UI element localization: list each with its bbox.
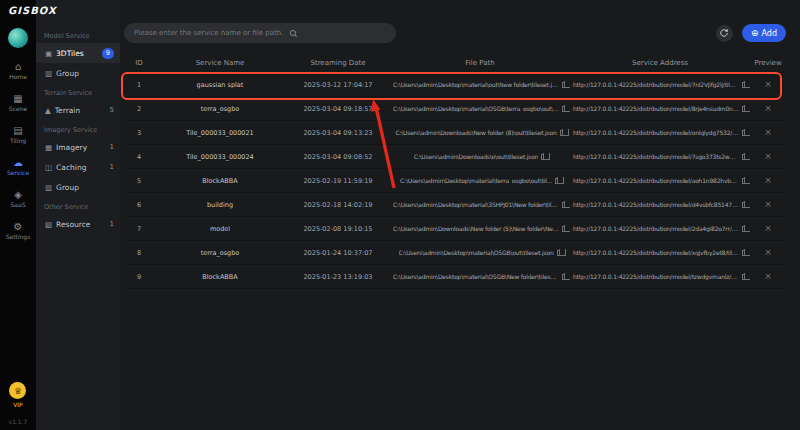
copy-icon[interactable] bbox=[541, 154, 546, 160]
sidebar: Model Service▣3DTiles9▥GroupTerrain Serv… bbox=[36, 0, 120, 430]
sidebar-item-group-model[interactable]: ▥Group bbox=[36, 63, 120, 83]
cell-preview: × bbox=[750, 272, 786, 281]
copy-icon[interactable] bbox=[557, 250, 562, 256]
rail-item-service[interactable]: ☁Service bbox=[0, 152, 36, 180]
cell-id: 7 bbox=[124, 225, 154, 233]
copy-icon[interactable] bbox=[562, 82, 567, 88]
table-row[interactable]: 2terra_osgbo2025-03-04 09:18:57C:\Users\… bbox=[124, 97, 786, 121]
sidebar-item-group-imagery[interactable]: ▥Group bbox=[36, 177, 120, 197]
rail-item-label: Scene bbox=[9, 105, 27, 112]
rail-item-label: Tiling bbox=[10, 137, 26, 144]
sidebar-item-caching[interactable]: ◫Caching1 bbox=[36, 157, 120, 177]
copy-icon[interactable] bbox=[742, 82, 747, 88]
sidebar-item-terrain[interactable]: ▲Terrain5 bbox=[36, 100, 120, 120]
table-row[interactable]: 5BlockABBA2025-02-19 11:59:19C:\Users\ad… bbox=[124, 169, 786, 193]
sidebar-item-3dtiles[interactable]: ▣3DTiles9 bbox=[36, 43, 120, 63]
table-row[interactable]: 4Tile_000033_0000242025-03-04 09:08:52C:… bbox=[124, 145, 786, 169]
close-icon[interactable]: × bbox=[764, 224, 772, 233]
close-icon[interactable]: × bbox=[764, 80, 772, 89]
imagery-icon: ▦ bbox=[45, 143, 52, 152]
item-count: 1 bbox=[110, 143, 114, 151]
copy-icon[interactable] bbox=[742, 226, 747, 232]
add-button[interactable]: ⊕ Add bbox=[742, 24, 786, 42]
table-row[interactable]: 7model2025-02-08 19:10:15C:\Users\admin\… bbox=[124, 217, 786, 241]
cell-streaming-date: 2025-03-04 09:13:23 bbox=[286, 129, 390, 137]
copy-icon[interactable] bbox=[742, 106, 747, 112]
cell-id: 1 bbox=[124, 81, 154, 89]
table-header: IDService NameStreaming DateFile PathSer… bbox=[124, 53, 786, 73]
cell-streaming-date: 2025-02-08 19:10:15 bbox=[286, 225, 390, 233]
copy-icon[interactable] bbox=[742, 154, 747, 160]
table-row[interactable]: 1gaussian splat2025-03-12 17:04:17C:\Use… bbox=[124, 73, 786, 97]
close-icon[interactable]: × bbox=[764, 248, 772, 257]
table-row[interactable]: 9BlockABBA2025-01-23 13:19:03C:\Users\ad… bbox=[124, 265, 786, 289]
close-icon[interactable]: × bbox=[764, 272, 772, 281]
copy-icon[interactable] bbox=[742, 202, 747, 208]
file-path-text: C:\Users\admin\Desktop\material\OSGB\New… bbox=[393, 273, 559, 280]
home-icon: ⌂ bbox=[15, 61, 21, 72]
rail-item-label: SaaS bbox=[11, 201, 26, 208]
sidebar-section-title: Terrain Service bbox=[36, 83, 120, 100]
copy-icon[interactable] bbox=[742, 178, 747, 184]
cell-service-address: http://127.0.0.1:42225/distribution/mode… bbox=[570, 201, 750, 208]
service-address-text: http://127.0.0.1:42225/distribution/mode… bbox=[573, 201, 739, 208]
cell-file-path: C:\Users\admin\Desktop\material\OSGB\out… bbox=[390, 249, 570, 256]
close-icon[interactable]: × bbox=[764, 152, 772, 161]
copy-icon[interactable] bbox=[562, 226, 567, 232]
user-avatar[interactable] bbox=[8, 28, 28, 48]
cell-service-name: terra_osgbo bbox=[154, 105, 286, 113]
cell-streaming-date: 2025-01-23 13:19:03 bbox=[286, 273, 390, 281]
resource-icon: ▧ bbox=[45, 220, 52, 229]
cell-service-name: BlockABBA bbox=[154, 273, 286, 281]
vip-badge[interactable]: ♛ VIP bbox=[9, 382, 26, 408]
close-icon[interactable]: × bbox=[764, 104, 772, 113]
cell-id: 6 bbox=[124, 201, 154, 209]
settings-icon: ⚙ bbox=[14, 221, 23, 232]
copy-icon[interactable] bbox=[742, 274, 747, 280]
nav-rail: ⌂Home▦Scene▤Tiling☁Service◈SaaS⚙Settings… bbox=[0, 0, 36, 430]
cell-id: 5 bbox=[124, 177, 154, 185]
close-icon[interactable]: × bbox=[764, 176, 772, 185]
sidebar-item-imagery[interactable]: ▦Imagery1 bbox=[36, 137, 120, 157]
service-icon: ☁ bbox=[13, 157, 23, 168]
cell-service-address: http://127.0.0.1:42225/distribution/mode… bbox=[570, 129, 750, 136]
sidebar-item-resource[interactable]: ▧Resource1 bbox=[36, 214, 120, 234]
cell-preview: × bbox=[750, 224, 786, 233]
cell-preview: × bbox=[750, 80, 786, 89]
count-badge: 9 bbox=[102, 48, 114, 59]
service-address-text: http://127.0.0.1:42225/distribution/mode… bbox=[573, 249, 739, 256]
cell-streaming-date: 2025-03-04 09:08:52 bbox=[286, 153, 390, 161]
table-row[interactable]: 8terra_osgbo2025-01-24 10:37:07C:\Users\… bbox=[124, 241, 786, 265]
refresh-button[interactable] bbox=[716, 25, 733, 42]
rail-item-home[interactable]: ⌂Home bbox=[0, 56, 36, 84]
close-icon[interactable]: × bbox=[764, 128, 772, 137]
copy-icon[interactable] bbox=[562, 274, 567, 280]
close-icon[interactable]: × bbox=[764, 200, 772, 209]
add-button-label: Add bbox=[762, 29, 778, 38]
copy-icon[interactable] bbox=[562, 106, 567, 112]
cell-file-path: C:\Users\admin\Desktop\material\terra_os… bbox=[390, 177, 570, 184]
table-row[interactable]: 3Tile_000033_0000212025-03-04 09:13:23C:… bbox=[124, 121, 786, 145]
column-header: Service Address bbox=[570, 59, 750, 67]
copy-icon[interactable] bbox=[562, 202, 567, 208]
services-table: IDService NameStreaming DateFile PathSer… bbox=[124, 53, 786, 289]
rail-item-saas[interactable]: ◈SaaS bbox=[0, 184, 36, 212]
cell-service-name: gaussian splat bbox=[154, 81, 286, 89]
copy-icon[interactable] bbox=[742, 250, 747, 256]
sidebar-item-label: Caching bbox=[56, 163, 105, 172]
cell-streaming-date: 2025-03-12 17:04:17 bbox=[286, 81, 390, 89]
cell-service-name: terra_osgbo bbox=[154, 249, 286, 257]
rail-item-scene[interactable]: ▦Scene bbox=[0, 88, 36, 116]
copy-icon[interactable] bbox=[555, 178, 560, 184]
search-input[interactable]: Please enter the service name or file pa… bbox=[124, 23, 396, 43]
rail-item-tiling[interactable]: ▤Tiling bbox=[0, 120, 36, 148]
table-row[interactable]: 6building2025-02-18 14:02:19C:\Users\adm… bbox=[124, 193, 786, 217]
cell-service-address: http://127.0.0.1:42225/distribution/mode… bbox=[570, 273, 750, 280]
caching-icon: ◫ bbox=[45, 163, 52, 172]
rail-item-settings[interactable]: ⚙Settings bbox=[0, 216, 36, 244]
file-path-text: C:\Users\admin\Downloads\New folder (5)\… bbox=[393, 225, 559, 232]
file-path-text: C:\Users\admin\Desktop\material\terra_os… bbox=[400, 177, 552, 184]
cell-id: 2 bbox=[124, 105, 154, 113]
copy-icon[interactable] bbox=[560, 130, 565, 136]
copy-icon[interactable] bbox=[742, 130, 747, 136]
